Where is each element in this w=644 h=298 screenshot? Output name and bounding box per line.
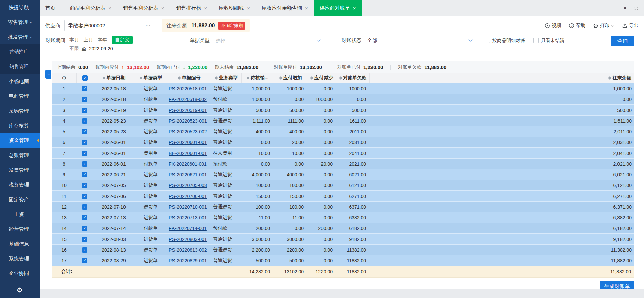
search-button[interactable]: 查询 — [611, 36, 634, 46]
sidebar-item[interactable]: 企业协同 — [0, 266, 40, 281]
row-checkbox[interactable]: ✓ — [76, 204, 93, 210]
range-start-field[interactable]: 不限 — [69, 46, 79, 52]
table-row[interactable]: 4 ✓ 2022-05-23 进货单 PS-20220523-001 普通进货 … — [52, 116, 634, 126]
doc-number-link[interactable]: PS-20220519-001 — [169, 108, 207, 113]
more-options-icon[interactable]: ⋯ — [145, 23, 151, 29]
sidebar-item[interactable]: 系统管理 — [0, 251, 40, 266]
sidebar-item[interactable]: 采购管理 — [0, 103, 40, 118]
table-row[interactable]: 7 ✓ 2022-06-01 费用单 BE-20220601-001 往来费用 … — [52, 148, 634, 159]
sidebar-item[interactable]: 税务管理 — [0, 177, 40, 192]
generate-statement-button[interactable]: 生成对账单 — [600, 281, 634, 289]
sidebar-item[interactable]: 营销推广 — [0, 44, 40, 59]
table-row[interactable]: 17 ✓ 2022-08-29 进货单 PS-20220829-001 普通进货… — [52, 255, 634, 266]
table-row[interactable]: 15 ✓ 2022-08-03 进货单 PS-20220803-001 普通进货… — [52, 234, 634, 245]
doc-type-select[interactable]: 选择... — [214, 36, 323, 46]
doc-number-link[interactable]: PS-20220829-001 — [169, 258, 207, 263]
row-checkbox[interactable]: ✓ — [76, 194, 93, 199]
table-row[interactable]: 5 ✓ 2022-05-23 进货单 PS-20220523-002 普通进货 … — [52, 126, 634, 137]
row-checkbox[interactable]: ✓ — [76, 140, 93, 145]
table-row[interactable]: 2 ✓ 2022-05-18 付款单 FK-20220518-002 预付款 1… — [52, 94, 634, 105]
sidebar-item[interactable]: 快捷导航 — [0, 0, 40, 15]
sidebar-item[interactable]: 零售管理 ▾ — [0, 15, 40, 30]
row-checkbox[interactable]: ✓ — [76, 97, 93, 102]
close-all-tabs-button[interactable]: × — [621, 4, 629, 13]
sidebar-item[interactable]: 电商管理 — [0, 89, 40, 103]
range-end-field[interactable]: 2022-09-20 — [89, 46, 113, 52]
unsettled-checkbox[interactable]: 只看未结清 — [533, 36, 564, 45]
sidebar-item[interactable]: 小畅电商 — [0, 74, 40, 89]
table-row[interactable]: 13 ✓ 2022-07-13 进货单 PS-20220713-001 普通进货… — [52, 212, 634, 223]
tab[interactable]: 应收应付余额查询 × — [256, 0, 314, 16]
help-button[interactable]: ? 帮助 — [569, 23, 585, 29]
close-icon[interactable]: × — [204, 6, 207, 11]
sidebar-item[interactable]: 库存核算 — [0, 118, 40, 133]
row-checkbox[interactable]: ✓ — [76, 129, 93, 134]
table-row[interactable]: 3 ✓ 2022-05-19 进货单 PS-20220519-001 普通进货 … — [52, 105, 634, 116]
header-payable-increase[interactable]: 应付增加 — [274, 73, 307, 83]
sidebar-settings-button[interactable]: ⚙ — [0, 282, 40, 298]
column-settings-button[interactable]: ⚙ — [52, 73, 77, 83]
doc-number-link[interactable]: PS-20220713-001 — [169, 215, 207, 220]
header-doc-date[interactable]: 单据日期 — [93, 73, 135, 83]
sidebar-item[interactable]: 基础信息 — [0, 237, 40, 251]
period-option[interactable]: 上月 — [84, 37, 93, 43]
doc-number-link[interactable]: FK-20220601-001 — [169, 161, 207, 167]
header-biz-type[interactable]: 业务类型 — [211, 73, 242, 83]
row-checkbox[interactable]: ✓ — [76, 215, 93, 220]
table-row[interactable]: 10 ✓ 2022-07-05 进货单 PS-20220705-003 普通进货… — [52, 180, 634, 191]
sidebar-item[interactable]: 固定资产 — [0, 192, 40, 207]
tab[interactable]: 商品毛利分析表 × — [64, 0, 117, 16]
row-checkbox[interactable]: ✓ — [76, 258, 93, 263]
tab[interactable]: 供应商对账单 × — [314, 0, 362, 16]
row-checkbox[interactable]: ✓ — [76, 247, 93, 253]
doc-number-link[interactable]: FK-20220714-001 — [169, 226, 207, 231]
table-row[interactable]: 6 ✓ 2022-06-01 进货单 PS-20220601-001 普通进货 … — [52, 137, 634, 148]
header-balance[interactable]: 往来余额 — [594, 73, 634, 83]
sidebar-item[interactable]: 批发管理 ▴ — [0, 30, 40, 44]
status-select[interactable]: 全部 — [365, 36, 475, 46]
doc-number-link[interactable]: PS-20220621-001 — [169, 172, 207, 177]
close-icon[interactable]: × — [353, 6, 356, 11]
table-row[interactable]: 12 ✓ 2022-07-10 进货单 PS-20220710-001 普通进货… — [52, 202, 634, 212]
close-icon[interactable]: × — [161, 6, 164, 11]
maximize-button[interactable] — [632, 4, 641, 13]
doc-number-link[interactable]: PS-20220710-001 — [169, 204, 207, 210]
tab[interactable]: 首页 — [40, 0, 64, 16]
header-doc-number[interactable]: 单据编号 — [167, 73, 211, 83]
header-doc-type[interactable]: 单据类型 — [135, 73, 167, 83]
row-checkbox[interactable]: ✓ — [76, 172, 93, 177]
row-checkbox[interactable]: ✓ — [76, 86, 93, 91]
sidebar-item[interactable]: 销售管理 — [0, 59, 40, 74]
row-checkbox[interactable]: ✓ — [76, 108, 93, 113]
table-row[interactable]: 9 ✓ 2022-06-21 进货单 PS-20220621-001 普通进货 … — [52, 169, 634, 180]
doc-number-link[interactable]: PS-20220803-001 — [169, 237, 207, 242]
sidebar-item[interactable]: 资金管理 — [0, 133, 40, 148]
period-option[interactable]: 本年 — [98, 37, 107, 43]
row-checkbox[interactable]: ✓ — [76, 161, 93, 167]
doc-number-link[interactable]: BE-20220601-001 — [169, 151, 207, 156]
header-statement-owed[interactable]: 对账单欠款 — [336, 73, 370, 83]
table-row[interactable]: 1 ✓ 2022-05-18 进货单 PS-20220518-001 普通进货 … — [52, 83, 634, 94]
doc-number-link[interactable]: PS-20220813-002 — [169, 247, 207, 253]
close-icon[interactable]: × — [247, 6, 250, 11]
header-pending[interactable]: 待核销... — [242, 73, 274, 83]
video-button[interactable]: 视频 — [545, 23, 561, 29]
doc-number-link[interactable]: PS-20220706-001 — [169, 194, 207, 199]
sidebar-item[interactable]: 经营管理 — [0, 222, 40, 237]
doc-number-link[interactable]: PS-20220601-001 — [169, 140, 207, 145]
table-row[interactable]: 11 ✓ 2022-07-06 进货单 PS-20220706-001 普通进货… — [52, 191, 634, 202]
select-all-checkbox[interactable]: ✓ — [77, 73, 93, 83]
export-button[interactable]: 导出 — [622, 23, 638, 29]
doc-number-link[interactable]: PS-20220705-003 — [169, 183, 207, 188]
row-checkbox[interactable]: ✓ — [76, 151, 93, 156]
sidebar-item[interactable]: 发票管理 — [0, 163, 40, 177]
detail-checkbox[interactable]: 按商品明细对账 — [485, 36, 525, 45]
tab[interactable]: 销售排行榜 × — [170, 0, 213, 16]
print-button[interactable]: 打印 — [593, 23, 614, 29]
expand-panel-handle[interactable]: » — [45, 70, 51, 79]
tab[interactable]: 应收明细账 × — [213, 0, 256, 16]
row-checkbox[interactable]: ✓ — [76, 237, 93, 242]
doc-number-link[interactable]: PS-20220523-002 — [169, 129, 207, 134]
table-row[interactable]: 14 ✓ 2022-07-14 付款单 FK-20220714-001 预付款 … — [52, 223, 634, 234]
sidebar-item[interactable]: 总账管理 — [0, 148, 40, 163]
